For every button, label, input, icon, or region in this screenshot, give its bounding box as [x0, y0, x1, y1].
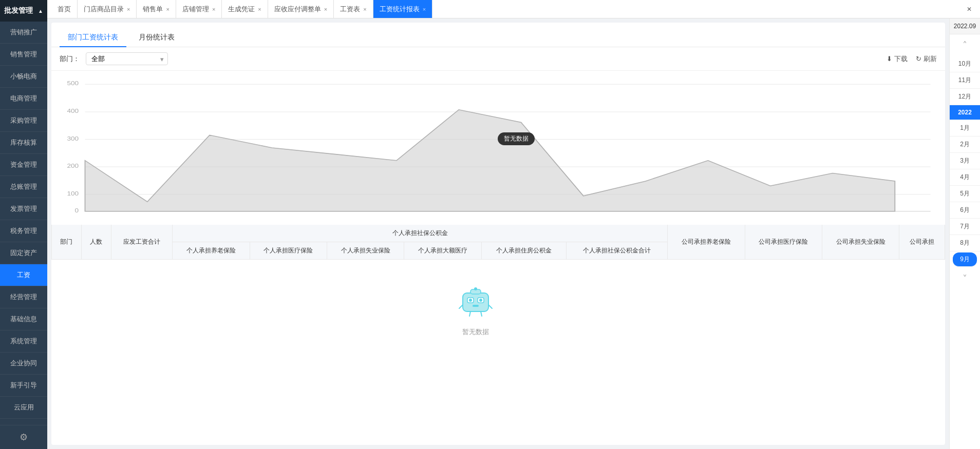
- tab-close-voucher[interactable]: ×: [258, 6, 261, 12]
- sidebar-item-basic[interactable]: 基础信息: [0, 308, 47, 330]
- toolbar-right: ⬇ 下载 ↻ 刷新: [887, 54, 937, 64]
- sidebar-item-tax[interactable]: 税务管理: [0, 220, 47, 242]
- date-item-3月[interactable]: 3月: [950, 153, 980, 169]
- sidebar-item-marketing[interactable]: 营销推广: [0, 22, 47, 44]
- svg-point-15: [469, 299, 472, 302]
- tab-month-stats[interactable]: 月份统计表: [130, 29, 183, 47]
- date-item-6月[interactable]: 6月: [950, 202, 980, 219]
- sidebar-item-salary[interactable]: 工资: [0, 264, 47, 286]
- sidebar-item-finance[interactable]: 资金管理: [0, 154, 47, 176]
- svg-point-16: [479, 299, 482, 302]
- tab-close-store-catalog[interactable]: ×: [127, 6, 130, 12]
- tab-close-store-mgmt[interactable]: ×: [212, 6, 215, 12]
- settings-icon[interactable]: ⚙: [0, 425, 47, 449]
- table-area[interactable]: 部门 人数 应发工资合计 个人承担社保公积金 公司承担养老保险 公司承担医疗保险…: [51, 225, 945, 445]
- date-item-8月[interactable]: 8月: [950, 235, 980, 251]
- svg-text:400: 400: [67, 108, 79, 114]
- sidebar-item-ecommerce-small[interactable]: 小畅电商: [0, 66, 47, 88]
- col-personal-unemploy: 个人承担失业保险: [327, 242, 404, 260]
- date-nav-up-button[interactable]: ˄: [950, 36, 980, 54]
- sidebar-title: 批发管理: [4, 6, 33, 15]
- sidebar-item-ledger[interactable]: 总账管理: [0, 176, 47, 198]
- dept-select[interactable]: 全部: [86, 52, 168, 65]
- sidebar-item-invoice[interactable]: 发票管理: [0, 198, 47, 220]
- dept-label: 部门：: [60, 54, 80, 64]
- sidebar-item-system[interactable]: 系统管理: [0, 330, 47, 353]
- page-content: 部门工资统计表 月份统计表 部门： 全部 ⬇ 下载: [51, 23, 945, 445]
- svg-text:100: 100: [67, 190, 79, 197]
- col-personal-big-medical: 个人承担大额医疗: [404, 242, 481, 260]
- svg-line-21: [488, 305, 492, 308]
- date-item-2月[interactable]: 2月: [950, 136, 980, 153]
- svg-text:200: 200: [67, 163, 79, 169]
- sidebar-item-enterprise[interactable]: 企业协同: [0, 353, 47, 375]
- empty-icon: [455, 280, 496, 321]
- toolbar-left: 部门： 全部: [60, 52, 168, 65]
- refresh-button[interactable]: ↻ 刷新: [916, 54, 937, 64]
- close-all-tabs-button[interactable]: ✕: [963, 6, 976, 13]
- tab-close-receivable[interactable]: ×: [324, 6, 327, 12]
- svg-text:0: 0: [75, 207, 79, 214]
- date-item-9月[interactable]: 9月: [953, 252, 977, 267]
- chart-svg: 500 400 300 200 100 0: [60, 79, 937, 217]
- tab-voucher[interactable]: 生成凭证×: [222, 0, 268, 18]
- tab-store-catalog[interactable]: 门店商品目录×: [78, 0, 137, 18]
- col-personal-old: 个人承担养老保险: [173, 242, 250, 260]
- col-company-unemploy: 公司承担失业保险: [822, 225, 899, 260]
- svg-line-22: [469, 311, 470, 316]
- sidebar-item-purchase[interactable]: 采购管理: [0, 110, 47, 132]
- date-item-10月[interactable]: 10月: [950, 56, 980, 72]
- tab-receivable[interactable]: 应收应付调整单×: [268, 0, 334, 18]
- content-area: 部门工资统计表 月份统计表 部门： 全部 ⬇ 下载: [47, 18, 980, 449]
- tab-bar: 首页门店商品目录×销售单×店铺管理×生成凭证×应收应付调整单×工资表×工资统计报…: [47, 0, 980, 18]
- date-sidebar: 2022.09 ˄ 10月11月12月20221月2月3月4月5月6月7月8月9…: [949, 18, 980, 449]
- tab-dept-salary[interactable]: 部门工资统计表: [60, 29, 126, 47]
- dept-select-wrapper[interactable]: 全部: [86, 52, 168, 65]
- date-item-7月[interactable]: 7月: [950, 219, 980, 235]
- date-item-12月[interactable]: 12月: [950, 89, 980, 105]
- tab-close-payroll[interactable]: ×: [363, 6, 366, 12]
- close-all-icon: ✕: [967, 6, 972, 13]
- tab-close-salary-report[interactable]: ×: [423, 6, 426, 12]
- sidebar-item-sales[interactable]: 销售管理: [0, 44, 47, 66]
- download-button[interactable]: ⬇ 下载: [887, 54, 908, 64]
- tab-salary-report[interactable]: 工资统计报表×: [373, 0, 432, 18]
- sidebar-item-operations[interactable]: 经营管理: [0, 286, 47, 308]
- no-data-tooltip: 暂无数据: [498, 132, 535, 145]
- sidebar-item-assets[interactable]: 固定资产: [0, 242, 47, 264]
- tab-sales-order[interactable]: 销售单×: [137, 0, 176, 18]
- svg-text:500: 500: [67, 80, 79, 87]
- date-nav-down-button[interactable]: ˅: [950, 270, 980, 287]
- svg-rect-12: [463, 293, 488, 311]
- salary-table: 部门 人数 应发工资合计 个人承担社保公积金 公司承担养老保险 公司承担医疗保险…: [51, 225, 945, 357]
- tab-close-sales-order[interactable]: ×: [166, 6, 169, 12]
- toolbar: 部门： 全部 ⬇ 下载 ↻ 刷新: [51, 47, 945, 71]
- col-company-medical: 公司承担医疗保险: [745, 225, 822, 260]
- tab-home[interactable]: 首页: [51, 0, 78, 18]
- sidebar-item-guide[interactable]: 新手引导: [0, 375, 47, 397]
- date-item-2022[interactable]: 2022: [950, 105, 980, 120]
- refresh-icon: ↻: [916, 55, 921, 63]
- svg-rect-19: [473, 305, 479, 307]
- sidebar-item-ecommerce[interactable]: 电商管理: [0, 88, 47, 110]
- col-company-old: 公司承担养老保险: [668, 225, 745, 260]
- svg-text:300: 300: [67, 135, 79, 142]
- sidebar-item-inventory[interactable]: 库存核算: [0, 132, 47, 154]
- sidebar: 批发管理 ▲ 营销推广销售管理小畅电商电商管理采购管理库存核算资金管理总账管理发…: [0, 0, 47, 449]
- date-item-4月[interactable]: 4月: [950, 169, 980, 186]
- svg-line-20: [459, 305, 463, 308]
- sidebar-header[interactable]: 批发管理 ▲: [0, 0, 47, 22]
- date-item-11月[interactable]: 11月: [950, 72, 980, 89]
- sidebar-item-cloud[interactable]: 云应用: [0, 397, 47, 419]
- download-icon: ⬇: [887, 55, 892, 63]
- sidebar-arrow-icon: ▲: [38, 8, 43, 14]
- col-company-other: 公司承担: [899, 225, 945, 260]
- col-group-personal: 个人承担社保公积金: [173, 225, 668, 242]
- date-item-5月[interactable]: 5月: [950, 186, 980, 202]
- col-personal-total: 个人承担社保公积金合计: [567, 242, 668, 260]
- col-count: 人数: [81, 225, 111, 260]
- date-item-1月[interactable]: 1月: [950, 120, 980, 136]
- svg-line-23: [481, 311, 482, 316]
- tab-payroll[interactable]: 工资表×: [334, 0, 373, 18]
- tab-store-mgmt[interactable]: 店铺管理×: [176, 0, 222, 18]
